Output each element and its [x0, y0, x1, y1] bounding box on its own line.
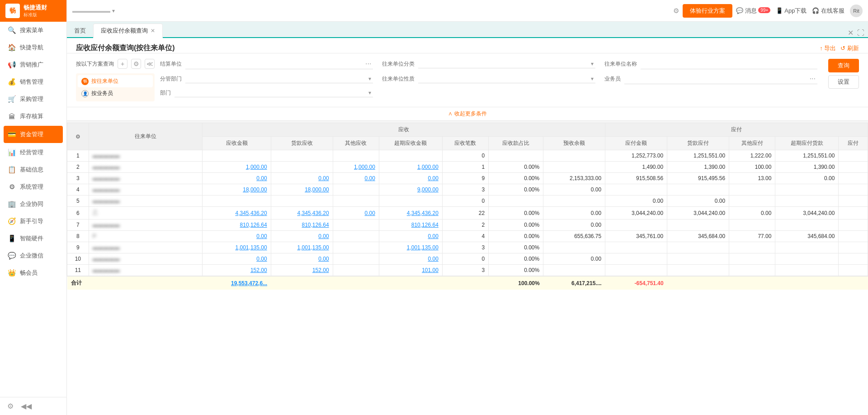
salesperson-picker[interactable]: ··· — [810, 75, 816, 83]
table-row: 4▬▬▬▬▬18,000.0018,000.009,000.0030.00%0.… — [67, 184, 868, 196]
tab-bar: 首页 应收应付余额查询 ✕ ✕ ⛶ — [67, 22, 868, 38]
col-prepaid: 预收余额 — [543, 137, 605, 150]
footer-overdue-ar — [379, 276, 442, 290]
collapse-bar[interactable]: ∧ 收起更多条件 — [67, 107, 868, 121]
tab-ar-balance[interactable]: 应收应付余额查询 ✕ — [93, 24, 163, 38]
sidebar-item-member[interactable]: 👑 畅会员 — [0, 264, 66, 281]
col-overdue-ar: 超期应收金额 — [379, 137, 442, 150]
footer-ar-count — [442, 276, 488, 290]
inventory-icon: 🏛 — [7, 113, 16, 120]
logo-icon: 畅 — [5, 4, 20, 18]
page-title: 应收应付余额查询(按往来单位) — [76, 43, 175, 53]
sidebar-item-quick-nav[interactable]: 🏠 快捷导航 — [0, 39, 66, 56]
sidebar-item-marketing[interactable]: 📢 营销推广 — [0, 56, 66, 73]
sidebar-item-capital[interactable]: 💳 资金管理 — [4, 126, 63, 143]
sidebar-item-enterprise[interactable]: 🏢 企业协同 — [0, 196, 66, 213]
logo: 畅 畅捷通财 标准版 — [0, 0, 66, 22]
tab-close-window-icon[interactable]: ✕ — [848, 29, 854, 37]
filter-settlement-unit: 结算单位 ··· — [160, 59, 373, 69]
query-buttons: 查询 设置 — [828, 59, 859, 101]
page-header-actions: ↑ 导出 ↺ 刷新 — [820, 44, 859, 52]
unit-category-dropdown-icon[interactable]: ▾ — [591, 61, 594, 67]
industry-btn[interactable]: 体验行业方案 — [683, 4, 732, 18]
sidebar-item-system[interactable]: ⚙ 系统管理 — [0, 178, 66, 196]
footer-loan-ap — [667, 276, 729, 290]
marketing-icon: 📢 — [7, 61, 16, 69]
dept-dropdown-icon[interactable]: ▾ — [368, 90, 371, 96]
message-icon[interactable]: 💬 消息 99+ — [736, 7, 770, 15]
table-header-ar-group: 应收 — [203, 123, 605, 137]
tab-close-icon[interactable]: ✕ — [151, 28, 155, 34]
filter-salesperson: 业务员 ··· — [604, 74, 817, 84]
unit-name-input[interactable] — [641, 59, 817, 69]
refresh-button[interactable]: ↺ 刷新 — [840, 44, 859, 52]
app-download-btn[interactable]: 📱 App下载 — [776, 7, 807, 15]
sidebar-item-inventory[interactable]: 🏛 库存核算 — [0, 108, 66, 125]
footer-ap-amount: -654,751.40 — [605, 276, 667, 290]
filter-nav-by-unit[interactable]: 畅 按往来单位 — [78, 75, 153, 87]
col-loan-ar: 货款应收 — [271, 137, 333, 150]
col-other-ap: 其他应付 — [729, 137, 775, 150]
sidebar-item-wechat[interactable]: 💬 企业微信 — [0, 247, 66, 264]
logo-text: 畅捷通财 标准版 — [24, 4, 47, 18]
page-header: 应收应付余额查询(按往来单位) ↑ 导出 ↺ 刷新 — [67, 38, 868, 53]
col-overdue-ap: 超期应付货款 — [775, 137, 839, 150]
member-icon: 👑 — [7, 269, 16, 277]
message-badge: 99+ — [758, 7, 770, 13]
sidebar-settings-icon[interactable]: ⚙ — [7, 402, 14, 410]
chevron-down-icon[interactable]: ▾ — [112, 8, 115, 14]
tab-maximize-icon[interactable]: ⛶ — [857, 29, 864, 37]
settings-gear-icon[interactable]: ⚙ — [673, 7, 679, 15]
unit-icon: 畅 — [81, 78, 89, 85]
tab-home[interactable]: 首页 — [67, 24, 93, 38]
table-row: 11▬▬▬▬▬152.00152.00101.0030.00% — [67, 265, 868, 277]
table-footer-row: 合计 19,553,472,6... 100.00% 6,417,215....… — [67, 276, 868, 290]
table-settings-col[interactable]: ⚙ — [67, 123, 89, 150]
capital-icon: 💳 — [7, 130, 16, 138]
table-body: 1▬▬▬▬▬01,252,773.001,251,551.001,222.001… — [67, 150, 868, 277]
table-row: 3▬▬▬▬▬0.000.000.000.0090.00%2,153,333.00… — [67, 173, 868, 184]
table-row: 8P0.000.000.0040.00%655,636.75345,761.00… — [67, 231, 868, 242]
header-actions: 💬 消息 99+ 📱 App下载 🎧 在线客服 Rit — [736, 5, 863, 17]
search-icon: 🔍 — [7, 26, 16, 34]
user-avatar[interactable]: Rit — [850, 5, 863, 17]
footer-overdue-ap — [775, 276, 839, 290]
data-table-container[interactable]: ⚙ 往来单位 应收 应付 应收金额 货款应收 其他应收 超期应收金额 应收笔数 … — [67, 123, 868, 415]
export-button[interactable]: ↑ 导出 — [820, 44, 836, 52]
sidebar-item-basic[interactable]: 📋 基础信息 — [0, 161, 66, 178]
unit-nature-dropdown-icon[interactable]: ▾ — [591, 76, 594, 82]
table-header-unit: 往来单位 — [89, 123, 203, 150]
table-footer: 合计 19,553,472,6... 100.00% 6,417,215....… — [67, 276, 868, 290]
table-row: 7▬▬▬▬▬810,126.64810,126.64810,126.6420.0… — [67, 219, 868, 231]
footer-ar-ratio: 100.00% — [489, 276, 543, 290]
enterprise-icon: 🏢 — [7, 200, 16, 208]
sidebar-item-operation[interactable]: 📊 经营管理 — [0, 144, 66, 161]
dept-manage-dropdown-icon[interactable]: ▾ — [368, 76, 371, 82]
footer-prepaid: 6,417,215.... — [543, 276, 605, 290]
sidebar-item-hardware[interactable]: 📱 智能硬件 — [0, 230, 66, 247]
col-ar-count: 应收笔数 — [442, 137, 488, 150]
table-row: 2▬▬▬▬▬1,000.001,000.001,000.0010.00%1,49… — [67, 162, 868, 173]
sidebar-item-guide[interactable]: 🧭 新手引导 — [0, 213, 66, 230]
sidebar-item-search[interactable]: 🔍 搜索菜单 — [0, 22, 66, 39]
filter-add-btn[interactable]: + — [118, 59, 127, 69]
filter-unit-name: 往来单位名称 — [604, 59, 817, 69]
online-service-btn[interactable]: 🎧 在线客服 — [812, 7, 844, 15]
sidebar-collapse-icon[interactable]: ◀◀ — [21, 402, 32, 410]
filter-settings-btn[interactable]: ⚙ — [131, 59, 141, 69]
table-row: 6乙4,345,436.204,345,436.200.004,345,436.… — [67, 207, 868, 219]
col-ap-extra: 应付 — [839, 137, 868, 150]
sidebar-item-sales[interactable]: 💰 销售管理 — [0, 73, 66, 91]
settlement-unit-picker[interactable]: ··· — [365, 60, 371, 68]
filter-prev-btn[interactable]: ≪ — [145, 59, 155, 69]
query-button[interactable]: 查询 — [828, 59, 859, 72]
table-row: 1▬▬▬▬▬01,252,773.001,251,551.001,222.001… — [67, 150, 868, 162]
filter-unit-nature: 往来单位性质 ▾ — [382, 75, 595, 83]
purchase-icon: 🛒 — [7, 95, 16, 103]
filter-nav-by-staff[interactable]: 👤 按业务员 — [78, 87, 153, 100]
settings-button[interactable]: 设置 — [828, 75, 859, 89]
col-other-ar: 其他应收 — [333, 137, 379, 150]
sidebar-item-purchase[interactable]: 🛒 采购管理 — [0, 91, 66, 108]
sidebar-footer: ⚙ ◀◀ — [0, 397, 66, 415]
footer-ar-amount[interactable]: 19,553,472,6... — [203, 276, 271, 290]
